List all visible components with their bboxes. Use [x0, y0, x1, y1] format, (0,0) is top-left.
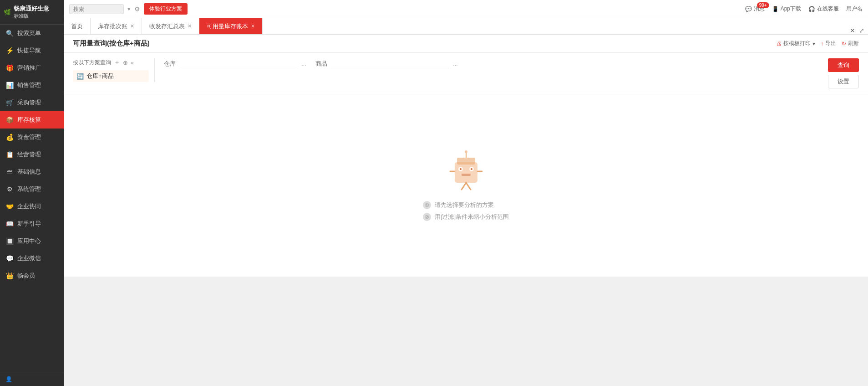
tab-home[interactable]: 首页 — [64, 18, 91, 34]
scheme-header: 按以下方案查询 ＋ ⊕ « — [73, 58, 149, 67]
header-dropdown-icon[interactable]: ▾ — [127, 5, 131, 12]
sidebar-item-sales[interactable]: 📊 销售管理 — [0, 77, 64, 94]
tab-home-label: 首页 — [71, 22, 83, 31]
app-download-button[interactable]: 📱 App下载 — [772, 5, 801, 13]
page-action-buttons: 🖨 按模板打印 ▾ ↑ 导出 ↻ 刷新 — [776, 40, 859, 47]
empty-hint-1: ① 请先选择要分析的方案 — [423, 201, 509, 209]
sidebar-item-operations[interactable]: 📋 经营管理 — [0, 146, 64, 163]
header-gear-icon[interactable]: ⚙ — [134, 5, 140, 13]
print-icon: 🖨 — [776, 41, 782, 47]
tab-batch[interactable]: 库存批次账 ✕ — [91, 18, 142, 34]
product-more-icon[interactable]: … — [453, 61, 458, 67]
brand-sub: 标准版 — [14, 13, 49, 20]
empty-hints: ① 请先选择要分析的方案 ② 用[过滤]条件来缩小分析范围 — [423, 201, 509, 225]
sidebar-item-label: 企业微信 — [17, 254, 41, 262]
sidebar-item-label: 资金管理 — [17, 133, 41, 141]
sidebar-header: 🌿 畅康通好生意 标准版 — [0, 0, 64, 25]
trial-button[interactable]: 体验行业方案 — [144, 3, 188, 15]
sidebar-item-label: 销售管理 — [17, 81, 41, 89]
inventory-icon: 📦 — [5, 116, 14, 124]
hint-number-1: ① — [423, 201, 431, 209]
message-badge: 99+ — [757, 2, 769, 8]
page-title-bar: 可用量查询(按仓库+商品) 🖨 按模板打印 ▾ ↑ 导出 ↻ 刷新 — [64, 35, 868, 53]
app-label: App下载 — [781, 5, 801, 13]
tab-stock-summary[interactable]: 收发存汇总表 ✕ — [142, 18, 199, 34]
shortcut-icon: ⚡ — [5, 47, 14, 54]
brand-logo-icon: 🌿 — [4, 9, 11, 15]
scheme-header-label: 按以下方案查询 — [73, 59, 111, 67]
sidebar-item-label: 企业协同 — [17, 202, 41, 211]
tab-available-stock[interactable]: 可用量库存账本 ✕ — [199, 18, 263, 34]
sidebar-item-inventory[interactable]: 📦 库存核算 — [0, 111, 64, 129]
gift-icon: 🎁 — [5, 64, 14, 72]
tab-available-stock-close[interactable]: ✕ — [251, 23, 255, 29]
svg-line-9 — [462, 183, 466, 190]
sidebar-item-marketing[interactable]: 🎁 营销推广 — [0, 59, 64, 77]
sidebar-item-label: 应用中心 — [17, 237, 41, 245]
scheme-selector: 按以下方案查询 ＋ ⊕ « 🔄 仓库+商品 — [73, 58, 155, 82]
filter-fields: 仓库 … 商品 … — [155, 58, 819, 69]
scheme-item-label: 仓库+商品 — [86, 72, 114, 80]
hint-text-2: 用[过滤]条件来缩小分析范围 — [435, 213, 509, 221]
scheme-collapse-icon[interactable]: « — [131, 59, 134, 66]
scheme-add-icon[interactable]: ＋ — [114, 58, 120, 67]
export-label: 导出 — [825, 40, 836, 47]
message-button[interactable]: 💬 消息 99+ — [745, 5, 765, 13]
query-button[interactable]: 查询 — [828, 58, 859, 72]
filter-settings-button[interactable]: 设置 — [828, 75, 859, 88]
tab-close-window-btn[interactable]: ✕ — [850, 27, 855, 34]
filter-field-warehouse: 仓库 … — [164, 58, 306, 69]
sidebar-item-label: 新手引导 — [17, 220, 41, 228]
page-title: 可用量查询(按仓库+商品) — [73, 39, 150, 48]
online-service-button[interactable]: 🎧 在线客服 — [808, 5, 839, 13]
newuser-icon: 📖 — [5, 220, 14, 227]
sidebar-item-newuser[interactable]: 📖 新手引导 — [0, 215, 64, 232]
refresh-label: 刷新 — [848, 40, 859, 47]
filter-panel: 按以下方案查询 ＋ ⊕ « 🔄 仓库+商品 仓库 … 商品 — [64, 53, 868, 94]
sidebar-item-label: 系统管理 — [17, 185, 41, 193]
header-search-input[interactable] — [69, 4, 124, 14]
sidebar-item-shortcut[interactable]: ⚡ 快捷导航 — [0, 42, 64, 59]
sidebar-item-purchase[interactable]: 🛒 采购管理 — [0, 94, 64, 111]
basic-icon: 🗃 — [5, 168, 14, 175]
sidebar-item-enterprise[interactable]: 🤝 企业协同 — [0, 198, 64, 215]
product-input[interactable] — [331, 58, 449, 69]
scheme-settings-icon[interactable]: ⊕ — [123, 59, 128, 66]
sidebar-item-label: 采购管理 — [17, 98, 41, 107]
sidebar-item-label: 搜索菜单 — [17, 29, 41, 37]
main-area: ▾ ⚙ 体验行业方案 💬 消息 99+ 📱 App下载 🎧 在线客服 用户名 首… — [64, 0, 868, 386]
warehouse-more-icon[interactable]: … — [301, 61, 306, 67]
user-profile[interactable]: 用户名 — [846, 5, 863, 13]
sidebar-item-member[interactable]: 👑 畅会员 — [0, 267, 64, 284]
svg-point-5 — [471, 168, 472, 170]
sidebar-item-label: 基础信息 — [17, 168, 41, 176]
top-header: ▾ ⚙ 体验行业方案 💬 消息 99+ 📱 App下载 🎧 在线客服 用户名 — [64, 0, 868, 18]
empty-state: ① 请先选择要分析的方案 ② 用[过滤]条件来缩小分析范围 — [64, 94, 868, 277]
svg-point-4 — [460, 168, 462, 170]
tab-stock-summary-close[interactable]: ✕ — [188, 23, 192, 29]
sidebar-item-label: 快捷导航 — [17, 46, 41, 55]
tab-stock-summary-label: 收发存汇总表 — [149, 22, 185, 31]
sidebar-footer: 👤 — [0, 372, 64, 386]
print-label: 按模板打印 — [783, 40, 811, 47]
scheme-item-warehouse-product[interactable]: 🔄 仓库+商品 — [73, 70, 149, 82]
print-template-button[interactable]: 🖨 按模板打印 ▾ — [776, 40, 815, 47]
warehouse-input[interactable] — [179, 58, 298, 69]
svg-line-10 — [466, 183, 471, 190]
sidebar-item-label: 畅会员 — [17, 272, 35, 280]
sidebar-item-finance[interactable]: 💰 资金管理 — [0, 129, 64, 146]
sidebar-item-search[interactable]: 🔍 搜索菜单 — [0, 25, 64, 42]
sidebar-item-basic[interactable]: 🗃 基础信息 — [0, 163, 64, 180]
tab-expand-btn[interactable]: ⤢ — [859, 27, 864, 34]
empty-illustration — [443, 146, 489, 192]
sidebar-item-system[interactable]: ⚙ 系统管理 — [0, 180, 64, 198]
sidebar-footer-icon: 👤 — [5, 376, 12, 382]
sidebar-item-wechat[interactable]: 💬 企业微信 — [0, 250, 64, 267]
tab-batch-close[interactable]: ✕ — [130, 23, 134, 29]
sidebar-menu: 🔍 搜索菜单 ⚡ 快捷导航 🎁 营销推广 📊 销售管理 🛒 采购管理 📦 库存核… — [0, 25, 64, 372]
money-icon: 💰 — [5, 134, 14, 141]
refresh-button[interactable]: ↻ 刷新 — [842, 40, 859, 47]
export-button[interactable]: ↑ 导出 — [821, 40, 836, 47]
sidebar-item-appcenter[interactable]: 🔲 应用中心 — [0, 232, 64, 250]
tab-available-stock-label: 可用量库存账本 — [207, 22, 248, 31]
